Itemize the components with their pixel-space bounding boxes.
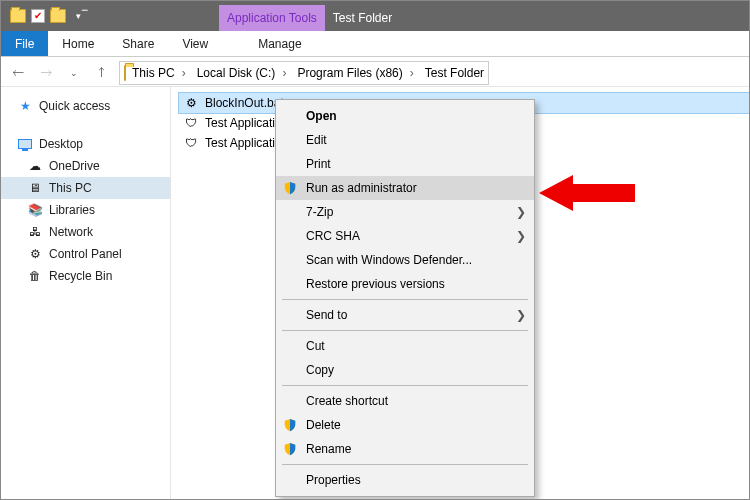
nav-quick-access[interactable]: ★ Quick access — [1, 95, 170, 117]
navigation-pane: ★ Quick access Desktop ☁OneDrive🖥This PC… — [1, 87, 171, 500]
context-menu-item[interactable]: Restore previous versions — [276, 272, 534, 296]
quick-access-toolbar: ✔ ▾− — [1, 1, 99, 31]
up-button[interactable]: 🡑 — [91, 62, 113, 84]
checkbox-icon[interactable]: ✔ — [31, 9, 45, 23]
menu-label: Send to — [306, 308, 347, 322]
file-name: BlockInOut.bat — [205, 96, 284, 110]
menu-label: Copy — [306, 363, 334, 377]
menu-label: CRC SHA — [306, 229, 360, 243]
ribbon-tab-manage[interactable]: Manage — [242, 31, 317, 56]
menu-label: Delete — [306, 418, 341, 432]
context-menu: OpenEditPrintRun as administrator7-Zip❯C… — [275, 99, 535, 497]
nav-item[interactable]: 🖧Network — [1, 221, 170, 243]
ribbon-tab-view[interactable]: View — [168, 31, 222, 56]
nav-label: Network — [49, 225, 93, 239]
file-icon: 🛡 — [183, 135, 199, 151]
contextual-tab-app-tools[interactable]: Application Tools — [219, 5, 325, 31]
qat-dropdown-icon[interactable]: ▾− — [71, 5, 93, 27]
file-icon: 🛡 — [183, 115, 199, 131]
breadcrumb-item[interactable]: Local Disk (C:) — [195, 66, 292, 80]
nav-icon: ☁ — [27, 158, 43, 174]
title-tabs: Application Tools Test Folder — [99, 1, 749, 31]
back-button[interactable]: 🡐 — [7, 62, 29, 84]
nav-item[interactable]: 🗑Recycle Bin — [1, 265, 170, 287]
menu-label: Properties — [306, 473, 361, 487]
folder-icon — [124, 66, 126, 80]
menu-label: Cut — [306, 339, 325, 353]
nav-icon: 🖥 — [27, 180, 43, 196]
menu-label: Rename — [306, 442, 351, 456]
nav-label: OneDrive — [49, 159, 100, 173]
ribbon: File Home Share View Manage — [1, 31, 749, 57]
breadcrumb-item[interactable]: Test Folder — [423, 66, 486, 80]
breadcrumb-item[interactable]: This PC — [130, 66, 191, 80]
shield-icon — [282, 180, 298, 196]
nav-label: Desktop — [39, 137, 83, 151]
shield-icon — [282, 417, 298, 433]
menu-label: 7-Zip — [306, 205, 333, 219]
nav-label: Recycle Bin — [49, 269, 112, 283]
menu-label: Print — [306, 157, 331, 171]
breadcrumb-item[interactable]: Program Files (x86) — [295, 66, 418, 80]
ribbon-tab-share[interactable]: Share — [108, 31, 168, 56]
context-menu-item[interactable]: Run as administrator — [276, 176, 534, 200]
menu-label: Scan with Windows Defender... — [306, 253, 472, 267]
chevron-right-icon: ❯ — [516, 205, 526, 219]
menu-label: Edit — [306, 133, 327, 147]
title-bar: ✔ ▾− Application Tools Test Folder — [1, 1, 749, 31]
folder-icon — [7, 5, 29, 27]
context-menu-item[interactable]: 7-Zip❯ — [276, 200, 534, 224]
nav-label: This PC — [49, 181, 92, 195]
nav-item[interactable]: 📚Libraries — [1, 199, 170, 221]
file-icon: ⚙ — [183, 95, 199, 111]
chevron-right-icon: ❯ — [516, 308, 526, 322]
desktop-icon — [17, 136, 33, 152]
context-menu-item[interactable]: CRC SHA❯ — [276, 224, 534, 248]
context-menu-item[interactable]: Delete — [276, 413, 534, 437]
menu-label: Create shortcut — [306, 394, 388, 408]
window-title: Test Folder — [325, 5, 400, 31]
context-menu-item[interactable]: Rename — [276, 437, 534, 461]
chevron-right-icon: ❯ — [516, 229, 526, 243]
ribbon-tab-home[interactable]: Home — [48, 31, 108, 56]
nav-label: Libraries — [49, 203, 95, 217]
context-menu-item[interactable]: Scan with Windows Defender... — [276, 248, 534, 272]
nav-icon: 🖧 — [27, 224, 43, 240]
nav-icon: 🗑 — [27, 268, 43, 284]
context-menu-item[interactable]: Open — [276, 104, 534, 128]
context-menu-item[interactable]: Properties — [276, 468, 534, 492]
star-icon: ★ — [17, 98, 33, 114]
address-bar-row: 🡐 🡒 ⌄ 🡑 This PC Local Disk (C:) Program … — [1, 57, 749, 87]
forward-button[interactable]: 🡒 — [35, 62, 57, 84]
menu-label: Open — [306, 109, 337, 123]
nav-desktop[interactable]: Desktop — [1, 133, 170, 155]
context-menu-item[interactable]: Print — [276, 152, 534, 176]
menu-label: Run as administrator — [306, 181, 417, 195]
file-tab[interactable]: File — [1, 31, 48, 56]
folder-icon — [47, 5, 69, 27]
menu-label: Restore previous versions — [306, 277, 445, 291]
context-menu-item[interactable]: Create shortcut — [276, 389, 534, 413]
context-menu-item[interactable]: Send to❯ — [276, 303, 534, 327]
nav-item[interactable]: ⚙Control Panel — [1, 243, 170, 265]
recent-locations-dropdown[interactable]: ⌄ — [63, 62, 85, 84]
nav-item[interactable]: 🖥This PC — [1, 177, 170, 199]
context-menu-item[interactable]: Copy — [276, 358, 534, 382]
nav-icon: 📚 — [27, 202, 43, 218]
address-bar[interactable]: This PC Local Disk (C:) Program Files (x… — [119, 61, 489, 85]
annotation-arrow — [539, 175, 635, 211]
nav-icon: ⚙ — [27, 246, 43, 262]
nav-item[interactable]: ☁OneDrive — [1, 155, 170, 177]
nav-label: Quick access — [39, 99, 110, 113]
context-menu-item[interactable]: Edit — [276, 128, 534, 152]
context-menu-item[interactable]: Cut — [276, 334, 534, 358]
shield-icon — [282, 441, 298, 457]
nav-label: Control Panel — [49, 247, 122, 261]
